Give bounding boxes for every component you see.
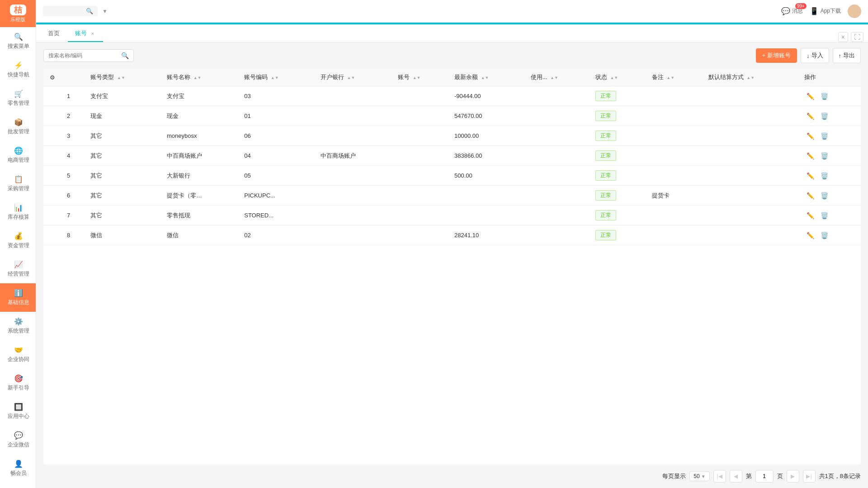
col-remark[interactable]: 备注 ▲▼ (646, 69, 703, 86)
sidebar-item-wholesale-mgmt[interactable]: 📦 批发管理 (0, 113, 36, 141)
sidebar-item-app-center[interactable]: 🔲 应用中心 (0, 397, 36, 426)
tab-home[interactable]: 首页 (41, 26, 67, 42)
prev-page-button[interactable]: ◀ (730, 470, 742, 483)
tab-label-account: 账号 (75, 29, 87, 38)
edit-button[interactable]: ✏️ (804, 131, 816, 141)
row-account-no (392, 146, 449, 166)
delete-button[interactable]: 🗑️ (818, 211, 830, 221)
sidebar-item-quick-nav[interactable]: ⚡ 快捷导航 (0, 56, 36, 84)
row-usage (525, 126, 590, 146)
col-latest-balance[interactable]: 最新余额 ▲▼ (449, 69, 525, 86)
sidebar-item-member[interactable]: 👤 畅会员 (0, 454, 36, 483)
row-account-type: 其它 (85, 166, 161, 186)
sidebar-item-search-menu[interactable]: 🔍 搜索菜单 (0, 27, 36, 56)
account-search-input[interactable] (48, 52, 118, 59)
row-account-type: 其它 (85, 186, 161, 206)
export-button[interactable]: ↑ 导出 (833, 48, 861, 63)
topbar-search-input[interactable] (47, 8, 84, 14)
tab-panel-close-icon[interactable]: × (838, 32, 848, 42)
edit-button[interactable]: ✏️ (804, 230, 816, 240)
row-latest-balance: 10000.00 (449, 126, 525, 146)
col-account-name[interactable]: 账号名称 ▲▼ (161, 69, 239, 86)
sidebar-item-basic-info[interactable]: ℹ️ 基础信息 (0, 283, 36, 312)
page-label: 第 (746, 472, 752, 480)
sidebar-icon-wholesale-mgmt: 📦 (14, 118, 23, 127)
sidebar-icon-system-mgmt: ⚙️ (14, 317, 23, 326)
col-status[interactable]: 状态 ▲▼ (590, 69, 646, 86)
delete-button[interactable]: 🗑️ (818, 151, 830, 161)
col-account-no[interactable]: 账号 ▲▼ (392, 69, 449, 86)
fullscreen-icon[interactable]: ⛶ (851, 32, 863, 42)
pagination: 每页显示 50 ▼ |◀ ◀ 第 页 ▶ ▶| 共1页，8条记录 (36, 465, 868, 488)
edit-button[interactable]: ✏️ (804, 111, 816, 121)
app-download-button[interactable]: 📱 App下载 (810, 7, 841, 15)
col-account-code[interactable]: 账号编码 ▲▼ (239, 69, 315, 86)
first-page-button[interactable]: |◀ (713, 470, 726, 483)
row-usage (525, 186, 590, 206)
topbar-dropdown[interactable]: ▼ (102, 8, 108, 14)
account-search-box[interactable]: 🔍 (43, 49, 134, 62)
delete-button[interactable]: 🗑️ (818, 171, 830, 181)
tab-account[interactable]: 账号× (68, 26, 103, 42)
delete-button[interactable]: 🗑️ (818, 191, 830, 201)
row-bank (315, 225, 392, 245)
logo-text: 乐橙版 (10, 16, 25, 23)
col-usage[interactable]: 使用... ▲▼ (525, 69, 590, 86)
row-action: ✏️ 🗑️ (799, 225, 861, 245)
col-bank[interactable]: 开户银行 ▲▼ (315, 69, 392, 86)
sidebar-item-operation-mgmt[interactable]: 📈 经营管理 (0, 255, 36, 283)
sidebar-icon-operation-mgmt: 📈 (14, 260, 23, 269)
row-remark (646, 106, 703, 126)
sidebar-item-purchase-mgmt[interactable]: 📋 采购管理 (0, 169, 36, 198)
row-status: 正常 (590, 146, 646, 166)
import-button[interactable]: ↓ 导入 (801, 48, 829, 63)
row-account-no (392, 166, 449, 186)
next-page-button[interactable]: ▶ (787, 470, 799, 483)
row-account-name: 现金 (161, 106, 239, 126)
row-bank (315, 206, 392, 225)
page-number-input[interactable] (755, 470, 774, 483)
import-label: 导入 (811, 52, 823, 60)
sidebar-item-capital-mgmt[interactable]: 💰 资金管理 (0, 226, 36, 255)
sidebar-label-quick-nav: 快捷导航 (8, 71, 29, 79)
sidebar-item-new-guide[interactable]: 🎯 新手引导 (0, 369, 36, 397)
sidebar-item-ecommerce-mgmt[interactable]: 🌐 电商管理 (0, 141, 36, 169)
sidebar-label-retail-mgmt: 零售管理 (8, 99, 29, 107)
message-button[interactable]: 💬 消息 99+ (781, 7, 803, 15)
sidebar-item-inventory-check[interactable]: 📊 库存核算 (0, 198, 36, 226)
edit-button[interactable]: ✏️ (804, 151, 816, 161)
add-account-button[interactable]: + 新增账号 (756, 48, 797, 63)
sidebar-item-retail-mgmt[interactable]: 🛒 零售管理 (0, 84, 36, 113)
edit-button[interactable]: ✏️ (804, 171, 816, 181)
row-latest-balance (449, 186, 525, 206)
delete-button[interactable]: 🗑️ (818, 91, 830, 101)
row-bank: 中百商场账户 (315, 146, 392, 166)
edit-button[interactable]: ✏️ (804, 91, 816, 101)
table-row: 8 微信 微信 02 28241.10 正常 ✏️ 🗑️ (43, 225, 861, 245)
user-avatar[interactable] (848, 5, 861, 18)
row-account-name: moneybosx (161, 126, 239, 146)
sidebar-item-enterprise-wechat[interactable]: 💬 企业微信 (0, 426, 36, 454)
table-row: 3 其它 moneybosx 06 10000.00 正常 ✏️ 🗑️ (43, 126, 861, 146)
delete-button[interactable]: 🗑️ (818, 111, 830, 121)
sidebar-item-company-agreement[interactable]: 🤝 企业协同 (0, 340, 36, 369)
page-of-label: 页 (777, 472, 783, 480)
sidebar-item-system-mgmt[interactable]: ⚙️ 系统管理 (0, 312, 36, 340)
col-settings[interactable]: ⚙ (43, 69, 61, 86)
edit-button[interactable]: ✏️ (804, 211, 816, 221)
edit-button[interactable]: ✏️ (804, 191, 816, 201)
row-account-type: 微信 (85, 225, 161, 245)
tab-close-account[interactable]: × (90, 30, 96, 37)
topbar-search-box[interactable]: 🔍 (43, 6, 98, 16)
col-account-type[interactable]: 账号类型 ▲▼ (85, 69, 161, 86)
sidebar-icon-new-guide: 🎯 (14, 374, 23, 383)
col-default-settlement[interactable]: 默认结算方式 ▲▼ (703, 69, 799, 86)
message-badge: 99+ (795, 3, 807, 9)
sidebar-icon-member: 👤 (14, 460, 23, 468)
last-page-button[interactable]: ▶| (803, 470, 816, 483)
import-icon: ↓ (807, 52, 810, 59)
delete-button[interactable]: 🗑️ (818, 131, 830, 141)
delete-button[interactable]: 🗑️ (818, 230, 830, 240)
row-default-settlement (703, 106, 799, 126)
page-size-select[interactable]: 50 ▼ (689, 471, 709, 481)
